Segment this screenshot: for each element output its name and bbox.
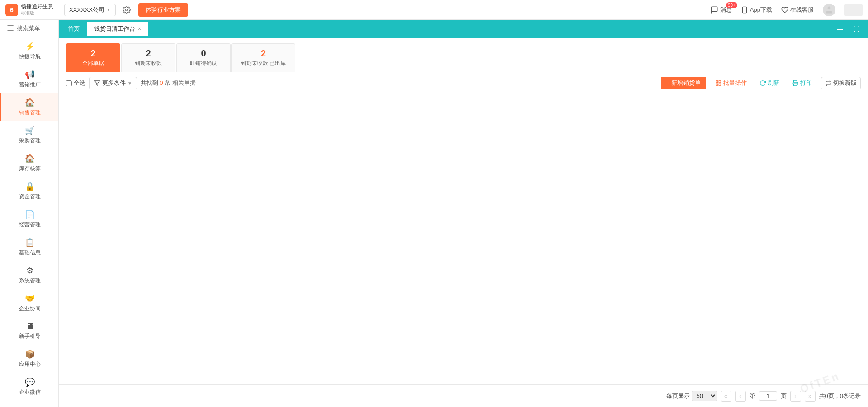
svg-rect-1 [742,7,746,13]
sidebar-item-member[interactable]: V 畅会员 [0,401,58,407]
search-menu-icon: ☰ [7,23,14,33]
sidebar-item-enterprise[interactable]: 🤝 企业协同 [0,289,58,317]
app-name: 畅捷通好生意 [21,3,53,10]
sidebar-item-inventory[interactable]: 🏠 库存核算 [0,149,58,177]
sidebar: ☰ 搜索菜单 ⚡ 快捷导航 📢 营销推广 🏠 销售管理 🛒 采购管理 🏠 库存核… [0,20,59,407]
related-label: 相关单据 [172,80,196,86]
chevron-down-icon: ▼ [106,7,111,12]
select-all-checkbox[interactable]: 全选 [66,79,85,87]
per-page-select[interactable]: 50 100 200 [692,391,717,401]
page-first-label: 第 [750,392,755,400]
sidebar-item-basic-info-label: 基础信息 [19,249,41,257]
header-right: 消息 99+ App下载 在线客服 [710,4,863,16]
stat-tab-pending[interactable]: 0 旺铺待确认 [176,43,231,72]
filter-chevron-icon: ▼ [127,81,132,86]
filter-button[interactable]: 更多条件 ▼ [89,77,137,89]
filter-icon [94,80,100,86]
sidebar-item-finance[interactable]: 🔒 资金管理 [0,177,58,205]
sidebar-item-sales-label: 销售管理 [19,109,41,117]
expand-icon[interactable]: ⛶ [850,23,863,35]
sidebar-item-operation[interactable]: 📄 经营管理 [0,205,58,233]
tab-workbench[interactable]: 钱货日清工作台 × [87,22,148,36]
per-page-label: 每页显示 [666,392,690,400]
purchase-icon: 🛒 [25,126,35,136]
sidebar-item-app-center[interactable]: 📦 应用中心 [0,345,58,373]
sidebar-item-system[interactable]: ⚙ 系统管理 [0,261,58,289]
switch-version-button[interactable]: 切换新版 [821,77,861,89]
tab-close-icon[interactable]: × [138,26,141,32]
app-version: 标准版 [21,10,53,16]
new-sales-button[interactable]: + 新增销货单 [661,77,706,89]
sidebar-item-system-label: 系统管理 [19,277,41,285]
batch-label: 批量操作 [723,79,747,87]
settings-icon[interactable] [119,3,134,17]
batch-operation-button[interactable]: 批量操作 [712,77,750,89]
sidebar-item-marketing-label: 营销推广 [19,81,41,89]
refresh-label: 刷新 [768,79,779,87]
online-service-button[interactable]: 在线客服 [781,6,814,14]
sidebar-item-app-center-label: 应用中心 [19,360,41,368]
stat-num-pending: 0 [186,48,221,59]
svg-point-0 [126,9,128,11]
print-icon [792,80,798,86]
page-suffix-label: 页 [781,392,787,400]
stat-label-shipped: 到期未收款 已出库 [241,60,286,67]
tab-workbench-label: 钱货日清工作台 [94,25,135,33]
stat-tab-overdue[interactable]: 2 到期未收款 [121,43,175,72]
refresh-button[interactable]: 刷新 [756,77,783,89]
sales-icon: 🏠 [25,98,35,108]
sidebar-item-operation-label: 经营管理 [19,221,41,229]
tab-home[interactable]: 首页 [61,22,87,36]
last-page-button[interactable]: » [805,391,816,402]
stat-label-overdue: 到期未收款 [131,60,166,67]
svg-rect-7 [716,84,718,85]
select-all-input[interactable] [66,80,72,86]
company-name: XXXXXX公司 [69,6,104,14]
system-icon: ⚙ [26,266,33,276]
app-download-button[interactable]: App下载 [741,6,772,14]
sidebar-item-sales[interactable]: 🏠 销售管理 [0,93,58,121]
avatar[interactable] [823,4,835,16]
pagination: 每页显示 50 100 200 « ‹ 第 页 › » 共0页，0条记录 [59,384,868,407]
filter-label: 更多条件 [102,79,126,87]
sidebar-item-purchase[interactable]: 🛒 采购管理 [0,121,58,149]
toolbar: 全选 更多条件 ▼ 共找到 0 条 相关单据 + 新增销货单 [59,72,868,94]
sidebar-item-wechat-label: 企业微信 [19,388,41,396]
page-number-input[interactable] [759,391,777,401]
message-button[interactable]: 消息 99+ [710,6,732,14]
sidebar-item-basic-info[interactable]: 📋 基础信息 [0,233,58,261]
stat-num-overdue: 2 [131,48,166,59]
logo-text-block: 畅捷通好生意 标准版 [21,3,53,17]
sidebar-item-search-label: 搜索菜单 [17,24,40,33]
svg-rect-5 [716,81,718,83]
first-page-button[interactable]: « [721,391,731,402]
stat-tab-shipped[interactable]: 2 到期未收款 已出库 [231,43,295,72]
sidebar-item-finance-label: 资金管理 [19,193,41,201]
company-selector[interactable]: XXXXXX公司 ▼ [64,4,116,16]
next-page-button[interactable]: › [790,391,801,402]
found-text: 共找到 0 条 相关单据 [141,79,196,87]
experience-button[interactable]: 体验行业方案 [138,3,188,17]
sidebar-item-guide[interactable]: 🖥 新手引导 [0,317,58,345]
message-badge: 99+ [726,2,737,8]
print-button[interactable]: 打印 [788,77,816,89]
inventory-icon: 🏠 [25,154,35,164]
sidebar-item-marketing[interactable]: 📢 营销推广 [0,65,58,93]
logo-area: 6 畅捷通好生意 标准版 [5,3,64,17]
app-download-label: App下载 [750,6,772,14]
prev-page-button[interactable]: ‹ [735,391,746,402]
stat-label-all: 全部单据 [75,60,111,67]
sidebar-item-quick-nav[interactable]: ⚡ 快捷导航 [0,37,58,65]
stat-tab-all[interactable]: 2 全部单据 [66,43,120,72]
main-content: 2 全部单据 2 到期未收款 0 旺铺待确认 2 到期未收款 已出库 全选 [59,38,868,407]
select-all-label: 全选 [74,79,85,87]
online-service-label: 在线客服 [790,6,814,14]
user-name-area[interactable] [844,4,863,16]
found-prefix: 共找到 [141,80,158,86]
table-area [59,94,868,384]
sidebar-item-search-menu[interactable]: ☰ 搜索菜单 [0,20,58,37]
minimize-icon[interactable]: — [834,23,846,35]
top-header: 6 畅捷通好生意 标准版 XXXXXX公司 ▼ 体验行业方案 消息 99+ [0,0,868,20]
sidebar-item-wechat[interactable]: 💬 企业微信 [0,373,58,401]
logo-icon: 6 [5,4,18,16]
